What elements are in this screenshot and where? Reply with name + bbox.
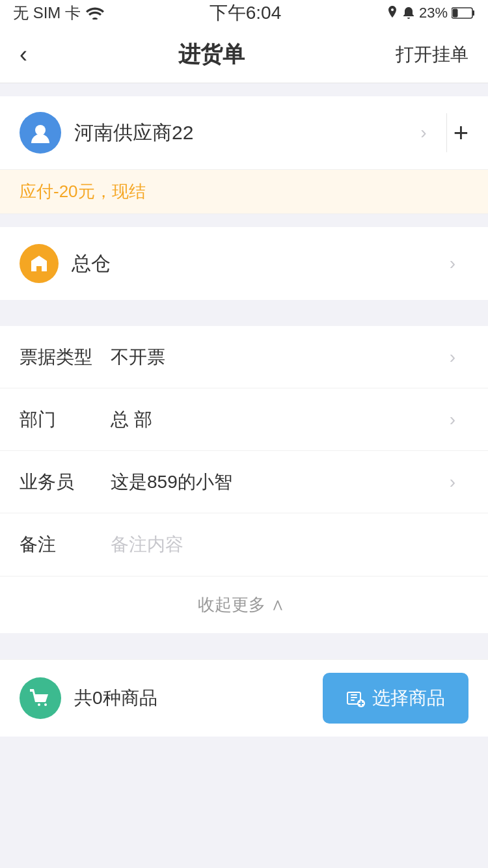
form-section: 票据类型 不开票 › 部门 总 部 › 业务员 这是859的小智 › 备注 备注… (0, 326, 488, 576)
select-product-icon (346, 688, 366, 708)
select-product-label: 选择商品 (372, 686, 445, 711)
back-button[interactable]: ‹ (20, 41, 27, 68)
divider (446, 113, 447, 152)
invoice-type-label: 票据类型 (20, 345, 98, 370)
warehouse-chevron-icon: › (450, 253, 455, 274)
battery-icon (452, 7, 475, 20)
warehouse-row[interactable]: 总仓 › (0, 227, 488, 300)
supplier-section: 河南供应商22 › + 应付-20元，现结 (0, 96, 488, 214)
svg-rect-2 (453, 9, 458, 18)
invoice-type-row[interactable]: 票据类型 不开票 › (0, 326, 488, 388)
invoice-type-value: 不开票 (98, 345, 450, 370)
department-chevron-icon: › (450, 409, 455, 430)
battery-percent: 23% (419, 5, 448, 21)
collapse-row[interactable]: 收起更多 ∧ (0, 576, 488, 633)
salesperson-chevron-icon: › (450, 472, 455, 493)
status-bar: 无 SIM 卡 下午6:04 23% (0, 0, 488, 26)
supplier-avatar (20, 112, 61, 154)
nav-bar: ‹ 进货单 打开挂单 (0, 26, 488, 83)
supplier-chevron-icon: › (420, 122, 426, 143)
warehouse-icon-wrap (20, 244, 59, 283)
status-time: 下午6:04 (210, 1, 282, 25)
warehouse-icon (29, 253, 49, 274)
invoice-type-chevron-icon: › (450, 347, 455, 368)
select-product-button[interactable]: 选择商品 (323, 673, 468, 724)
product-count-icon-wrap (20, 677, 61, 719)
salesperson-label: 业务员 (20, 470, 98, 495)
bottom-bar: 共0种商品 选择商品 (0, 659, 488, 737)
notice-text: 应付-20元，现结 (20, 182, 146, 201)
remark-row[interactable]: 备注 备注内容 (0, 513, 488, 576)
cart-icon (29, 686, 52, 710)
product-count-text: 共0种商品 (74, 686, 323, 711)
status-right: 23% (386, 5, 475, 21)
alarm-icon (402, 6, 415, 20)
warehouse-label: 总仓 (72, 251, 450, 277)
gap-1 (0, 83, 488, 96)
open-pending-button[interactable]: 打开挂单 (396, 42, 468, 67)
svg-point-3 (35, 125, 46, 135)
collapse-text: 收起更多 ∧ (198, 593, 284, 616)
gap-3 (0, 300, 488, 313)
add-supplier-button[interactable]: + (454, 118, 468, 148)
supplier-row[interactable]: 河南供应商22 › + (0, 96, 488, 170)
wifi-icon (86, 7, 104, 20)
person-icon (29, 121, 52, 144)
department-label: 部门 (20, 407, 98, 432)
location-icon (386, 6, 398, 20)
notice-bar: 应付-20元，现结 (0, 170, 488, 214)
remark-label: 备注 (20, 532, 98, 557)
remark-input[interactable]: 备注内容 (98, 532, 468, 557)
svg-rect-1 (472, 10, 474, 16)
status-left: 无 SIM 卡 (13, 3, 104, 23)
salesperson-row[interactable]: 业务员 这是859的小智 › (0, 451, 488, 513)
warehouse-section: 总仓 › (0, 227, 488, 300)
supplier-name: 河南供应商22 (74, 120, 420, 146)
page-title: 进货单 (178, 40, 245, 70)
gap-2 (0, 214, 488, 227)
signal-text: 无 SIM 卡 (13, 3, 81, 23)
department-row[interactable]: 部门 总 部 › (0, 388, 488, 451)
gap-4 (0, 633, 488, 646)
salesperson-value: 这是859的小智 (98, 470, 450, 495)
department-value: 总 部 (98, 407, 450, 432)
